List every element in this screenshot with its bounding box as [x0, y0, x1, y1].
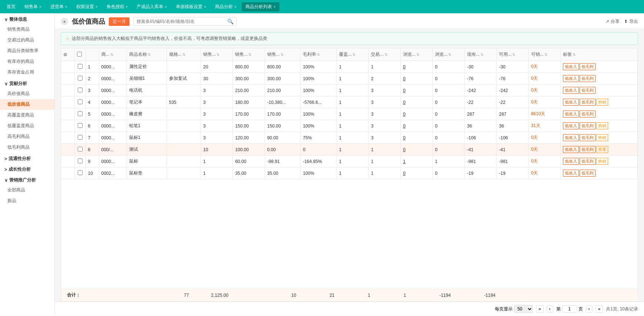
row-checkbox[interactable]	[78, 159, 83, 163]
nav-analysis-list[interactable]: 商品分析列表 ×	[242, 2, 279, 11]
th-trade[interactable]: 交易...⇅	[369, 48, 400, 61]
sidebar-item-category-rate[interactable]: 商品分类销售率	[0, 45, 54, 56]
row-view1[interactable]: 0	[400, 85, 432, 96]
th-sales3[interactable]: 销售...⇅	[265, 48, 301, 61]
checkbox-cell[interactable]	[74, 108, 85, 120]
row-checkbox[interactable]	[78, 99, 83, 104]
checkbox-cell[interactable]	[74, 85, 85, 96]
th-days[interactable]: 可销...⇅	[529, 48, 560, 61]
select-all-checkbox[interactable]	[77, 52, 82, 57]
sidebar-item-sales-category[interactable]: 销售类商品	[0, 24, 54, 35]
nav-purchase[interactable]: 进货单 ×	[47, 2, 71, 11]
th-checkbox[interactable]	[74, 48, 85, 61]
sidebar-group-marketing[interactable]: ∨ 营销推广分析	[0, 174, 54, 185]
checkbox-cell[interactable]	[74, 61, 85, 73]
time-filter-button[interactable]: 近一月	[109, 17, 130, 26]
sidebar-group-contribution[interactable]: ∨ 贡献分析	[0, 78, 54, 88]
row-checkbox[interactable]	[78, 135, 83, 140]
th-name[interactable]: 商品名称⇅	[127, 48, 167, 61]
sidebar-item-stock-funds[interactable]: 库存资金占用	[0, 67, 54, 78]
th-gross[interactable]: 毛利率⇅	[301, 48, 337, 61]
row-checkbox[interactable]	[78, 64, 83, 69]
th-avail[interactable]: 可用...⇅	[497, 48, 529, 61]
sidebar-item-with-stock[interactable]: 有库存的商品	[0, 56, 54, 67]
sidebar-item-new-products[interactable]: 新品	[0, 196, 54, 206]
row-checkbox[interactable]	[78, 170, 83, 175]
view-link[interactable]: 0	[403, 147, 406, 152]
close-icon[interactable]: ×	[126, 5, 128, 9]
close-icon[interactable]: ×	[274, 5, 276, 9]
view-link[interactable]: 0	[403, 76, 406, 81]
nav-template[interactable]: 单据模板设置 ×	[172, 2, 210, 11]
sidebar-item-high-coverage[interactable]: 高覆盖度商品	[0, 110, 54, 120]
last-page-button[interactable]: »	[596, 305, 603, 313]
close-icon[interactable]: ×	[65, 5, 67, 9]
page-size-dropdown[interactable]: 50 20 100 200	[514, 305, 533, 313]
close-icon[interactable]: ×	[165, 5, 167, 9]
next-page-button[interactable]: ›	[586, 305, 593, 313]
row-checkbox[interactable]	[78, 76, 83, 81]
checkbox-cell[interactable]	[74, 96, 85, 108]
th-cover[interactable]: 覆盖...⇅	[337, 48, 369, 61]
checkbox-cell[interactable]	[74, 132, 85, 144]
close-icon[interactable]: ×	[95, 5, 98, 9]
row-view1[interactable]: 0	[400, 144, 432, 156]
sidebar-group-general[interactable]: ∨ 整体信息	[0, 13, 54, 24]
search-input[interactable]	[137, 19, 225, 24]
view-link[interactable]: 0	[403, 88, 406, 93]
sidebar-item-traded[interactable]: 交易过的商品	[0, 35, 54, 45]
row-checkbox[interactable]	[78, 123, 83, 128]
th-settings[interactable]: ⚙	[61, 48, 74, 61]
row-view1[interactable]: 0	[400, 61, 432, 73]
sidebar-item-high-margin[interactable]: 高毛利商品	[0, 131, 54, 142]
sidebar-item-high-value[interactable]: 高价值商品	[0, 88, 54, 99]
prev-page-button[interactable]: ‹	[547, 305, 553, 313]
sidebar-item-low-value[interactable]: 低价值商品	[0, 99, 54, 110]
checkbox-cell[interactable]	[74, 144, 85, 156]
view-link[interactable]: 0	[403, 112, 406, 117]
view-link[interactable]: 0	[403, 135, 406, 140]
nav-stock-in[interactable]: 产成品入库单 ×	[133, 2, 171, 11]
th-view1[interactable]: 浏览...⇅	[400, 48, 432, 61]
nav-permissions[interactable]: 权限设置 ×	[73, 2, 101, 11]
table-wrapper[interactable]: ⚙ 商...⇅ 商品名称⇅ 规格...⇅ 销售...⇅ 销售...⇅ 销售...…	[61, 48, 638, 289]
sidebar-item-all-products[interactable]: 全部商品	[0, 185, 54, 196]
first-page-button[interactable]: «	[536, 305, 544, 313]
nav-home[interactable]: 首页	[3, 2, 19, 11]
sidebar-item-low-margin[interactable]: 低毛利商品	[0, 142, 54, 153]
export-button[interactable]: ⬆ 导出	[624, 18, 638, 25]
nav-roles[interactable]: 角色授权 ×	[103, 2, 132, 11]
row-view1[interactable]: 0	[400, 120, 432, 132]
th-sales2[interactable]: 销售...⇅	[233, 48, 265, 61]
search-icon[interactable]: 🔍	[227, 18, 234, 24]
row-view1[interactable]: 0	[400, 132, 432, 144]
th-sales1[interactable]: 销售...⇅	[201, 48, 232, 61]
checkbox-cell[interactable]	[74, 120, 85, 132]
sidebar-group-growth[interactable]: > 成长性分析	[0, 163, 54, 174]
sidebar-item-low-coverage[interactable]: 低覆盖度商品	[0, 120, 54, 131]
row-view1[interactable]: 0	[400, 73, 432, 85]
close-icon[interactable]: ×	[234, 5, 237, 9]
th-code[interactable]: 商...⇅	[99, 48, 127, 61]
th-tags[interactable]: 标签⇅	[561, 48, 638, 61]
sidebar-group-circulation[interactable]: > 流通性分析	[0, 153, 54, 163]
row-checkbox[interactable]	[78, 147, 83, 152]
close-icon[interactable]: ×	[39, 5, 41, 9]
checkbox-cell[interactable]	[74, 156, 85, 167]
view-link[interactable]: 1	[403, 159, 406, 164]
th-stock[interactable]: 现有...⇅	[464, 48, 496, 61]
row-checkbox[interactable]	[78, 88, 83, 92]
row-view1[interactable]: 1	[400, 156, 432, 167]
row-checkbox[interactable]	[78, 111, 83, 116]
checkbox-cell[interactable]	[74, 167, 85, 179]
collapse-button[interactable]: «	[61, 18, 68, 25]
row-view1[interactable]: 0	[400, 96, 432, 108]
close-icon[interactable]: ×	[204, 5, 206, 9]
view-link[interactable]: 0	[403, 123, 406, 129]
nav-analysis[interactable]: 商品分析 ×	[211, 2, 240, 11]
view-link[interactable]: 0	[403, 64, 406, 69]
page-input[interactable]	[562, 305, 577, 313]
checkbox-cell[interactable]	[74, 73, 85, 85]
row-view1[interactable]: 0	[400, 108, 432, 120]
view-link[interactable]: 0	[403, 171, 406, 176]
